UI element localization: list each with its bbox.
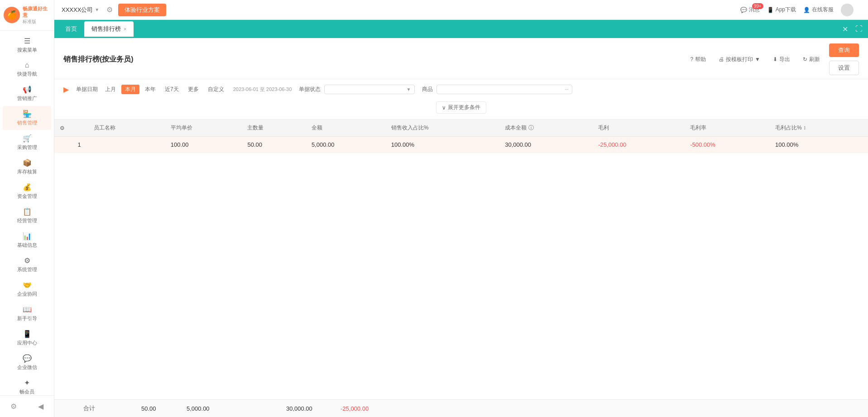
topbar: XXXXX公司 ▼ ⚙ 体验行业方案 💬 消息 99+ 📱 App下载 👤 在线… bbox=[54, 0, 868, 20]
sidebar-item-operations[interactable]: 📋 经营管理 bbox=[3, 204, 51, 228]
cell-gross-0: -25,000.00 bbox=[593, 137, 685, 153]
company-dropdown-icon: ▼ bbox=[95, 7, 99, 12]
sidebar-item-member[interactable]: ✦ 畅会员 bbox=[3, 375, 51, 395]
sidebar-item-marketing[interactable]: 📢 营销推广 bbox=[3, 81, 51, 105]
cell-sales-pct-0: 100.00% bbox=[386, 137, 499, 153]
basic-nav-icon: 📊 bbox=[23, 232, 32, 240]
purchase-nav-label: 采购管理 bbox=[17, 144, 37, 151]
refresh-button[interactable]: ↻ 刷新 bbox=[799, 54, 824, 65]
export-label: 导出 bbox=[779, 56, 790, 63]
operations-nav-label: 经营管理 bbox=[17, 217, 37, 224]
date-filter: 单据日期 上月 本月 本年 近7天 更多 自定义 2023-06-01 至 20… bbox=[76, 85, 292, 94]
system-nav-label: 系统管理 bbox=[17, 266, 37, 273]
sidebar-item-wechat[interactable]: 💬 企业微信 bbox=[3, 350, 51, 374]
status-dropdown-icon: ▼ bbox=[406, 87, 411, 92]
table-header-row: ⚙ 员工名称 平均单价 主数量 全额 销售收入占比% 成本全额 ⓘ 毛利 毛利率… bbox=[54, 120, 868, 137]
goods-filter: 商品 ··· bbox=[422, 85, 572, 94]
collapse-icon[interactable]: ◀ bbox=[34, 400, 47, 412]
date-tab-more[interactable]: 更多 bbox=[184, 85, 202, 94]
sidebar-item-enterprise[interactable]: 🤝 企业协同 bbox=[3, 277, 51, 301]
export-button[interactable]: ⬇ 导出 bbox=[769, 54, 794, 65]
guide-nav-label: 新手引导 bbox=[17, 315, 37, 322]
trial-button[interactable]: 体验行业方案 bbox=[118, 4, 166, 16]
finance-nav-label: 资金管理 bbox=[17, 193, 37, 200]
sidebar: 🍊 畅康通好生意 标准版 ☰ 搜索菜单 ⌂ 快捷导航 📢 营销推广 🏪 销售管理… bbox=[0, 0, 54, 417]
online-service-button[interactable]: 👤 在线客服 bbox=[803, 6, 834, 14]
expand-more-btn[interactable]: ∨ 展开更多条件 bbox=[436, 101, 486, 114]
cell-main-qty-0: 50.00 bbox=[242, 137, 306, 153]
filter-row: ▶ 单据日期 上月 本月 本年 近7天 更多 自定义 2023-06-01 至 … bbox=[63, 85, 859, 94]
cell-cost-0: 30,000.00 bbox=[499, 137, 593, 153]
sidebar-item-apps[interactable]: 📱 应用中心 bbox=[3, 326, 51, 350]
sidebar-item-search[interactable]: ☰ 搜索菜单 bbox=[3, 33, 51, 57]
help-icon: ? bbox=[690, 56, 693, 62]
search-nav-icon: ☰ bbox=[24, 37, 30, 45]
table-container: ⚙ 员工名称 平均单价 主数量 全额 销售收入占比% 成本全额 ⓘ 毛利 毛利率… bbox=[54, 120, 868, 399]
settings-button[interactable]: 设置 bbox=[829, 61, 859, 75]
home-tab-label: 首页 bbox=[65, 25, 77, 33]
system-nav-icon: ⚙ bbox=[24, 256, 30, 265]
sidebar-item-basic[interactable]: 📊 基础信息 bbox=[3, 228, 51, 252]
company-select[interactable]: XXXXX公司 ▼ bbox=[62, 6, 99, 14]
settings-footer-icon[interactable]: ⚙ bbox=[7, 400, 20, 412]
tab-fullscreen-icon[interactable]: ⛶ bbox=[854, 23, 864, 35]
help-label: 帮助 bbox=[695, 56, 706, 63]
service-label: 在线客服 bbox=[812, 6, 834, 14]
print-label: 按模板打印 bbox=[726, 56, 753, 63]
date-tab-custom[interactable]: 自定义 bbox=[204, 85, 228, 94]
inventory-nav-label: 库存核算 bbox=[17, 168, 37, 175]
th-gross: 毛利 bbox=[593, 120, 685, 137]
sidebar-item-sales[interactable]: 🏪 销售管理 bbox=[3, 106, 51, 130]
message-button[interactable]: 💬 消息 99+ bbox=[740, 6, 760, 14]
footer-cost: 30,000.00 bbox=[286, 405, 340, 412]
goods-select[interactable]: ··· bbox=[436, 85, 572, 94]
topbar-right: 💬 消息 99+ 📱 App下载 👤 在线客服 bbox=[740, 4, 861, 16]
topbar-gear-icon[interactable]: ⚙ bbox=[106, 5, 113, 14]
page-header: 销售排行榜(按业务员) ? 帮助 🖨 按模板打印 ▼ ⬇ 导出 bbox=[54, 38, 868, 79]
tabbar: 首页 销售排行榜 × ✕ ⛶ bbox=[54, 20, 868, 38]
tab-close-icon[interactable]: × bbox=[124, 26, 126, 32]
logo-sub: 标准版 bbox=[23, 19, 50, 25]
status-select[interactable]: ▼ bbox=[324, 85, 415, 94]
cell-name-0 bbox=[88, 137, 165, 153]
date-tab-current-month[interactable]: 本月 bbox=[121, 85, 139, 94]
enterprise-nav-label: 企业协同 bbox=[17, 291, 37, 297]
marketing-nav-icon: 📢 bbox=[23, 85, 32, 94]
main-area: XXXXX公司 ▼ ⚙ 体验行业方案 💬 消息 99+ 📱 App下载 👤 在线… bbox=[54, 0, 868, 417]
tab-sales-ranking[interactable]: 销售排行榜 × bbox=[84, 21, 134, 37]
sidebar-item-inventory[interactable]: 📦 库存核算 bbox=[3, 155, 51, 179]
sidebar-item-system[interactable]: ⚙ 系统管理 bbox=[3, 253, 51, 277]
sidebar-item-finance[interactable]: 💰 资金管理 bbox=[3, 179, 51, 203]
goods-label: 商品 bbox=[422, 86, 433, 93]
th-settings: ⚙ bbox=[54, 120, 70, 137]
sales-nav-label: 销售管理 bbox=[17, 120, 37, 126]
goods-more-icon: ··· bbox=[565, 87, 568, 92]
tab-home[interactable]: 首页 bbox=[58, 21, 84, 37]
print-button[interactable]: 🖨 按模板打印 ▼ bbox=[715, 54, 764, 65]
cell-gross-pct-0: 100.00% bbox=[770, 137, 868, 153]
sidebar-footer: ⚙ ◀ bbox=[0, 395, 54, 417]
date-label: 单据日期 bbox=[76, 86, 98, 93]
tabbar-right: ✕ ⛶ bbox=[840, 23, 864, 35]
active-tab-label: 销售排行榜 bbox=[91, 25, 121, 33]
user-avatar[interactable] bbox=[841, 4, 854, 16]
footer-gross: -25,000.00 bbox=[340, 405, 386, 412]
th-gross-pct: 毛利占比% ↕ bbox=[770, 120, 868, 137]
expand-icon-btn[interactable]: ▶ bbox=[63, 85, 69, 94]
help-button[interactable]: ? 帮助 bbox=[686, 54, 710, 65]
apps-nav-icon: 📱 bbox=[23, 330, 32, 338]
refresh-icon: ↻ bbox=[803, 56, 807, 62]
sidebar-item-purchase[interactable]: 🛒 采购管理 bbox=[3, 130, 51, 154]
query-button[interactable]: 查询 bbox=[829, 43, 859, 57]
sidebar-item-shortcut[interactable]: ⌂ 快捷导航 bbox=[3, 58, 51, 81]
export-icon: ⬇ bbox=[773, 56, 777, 62]
cell-rank-0: 1 bbox=[70, 137, 88, 153]
date-tab-current-year[interactable]: 本年 bbox=[141, 85, 159, 94]
date-tab-prev-month[interactable]: 上月 bbox=[101, 85, 120, 94]
refresh-label: 刷新 bbox=[809, 56, 820, 63]
sidebar-item-guide[interactable]: 📖 新手引导 bbox=[3, 302, 51, 326]
app-download-button[interactable]: 📱 App下载 bbox=[767, 6, 796, 14]
tab-close-window-icon[interactable]: ✕ bbox=[840, 23, 850, 35]
basic-nav-label: 基础信息 bbox=[17, 242, 37, 249]
date-tab-7days[interactable]: 近7天 bbox=[161, 85, 182, 94]
